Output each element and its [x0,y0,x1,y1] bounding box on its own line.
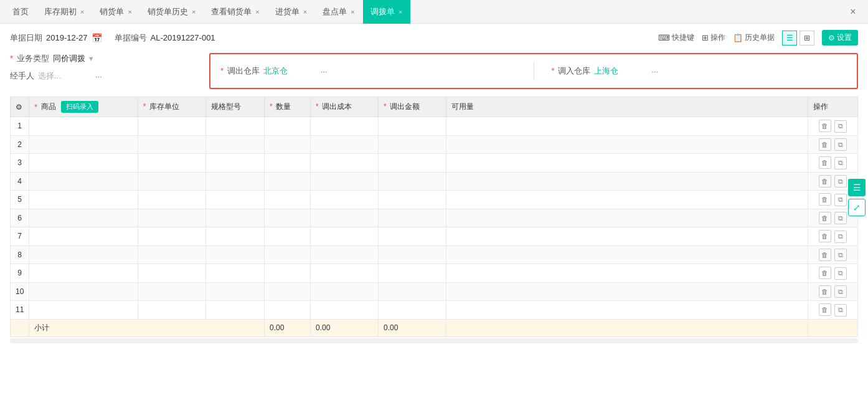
history-link[interactable]: 📋 历史单据 [733,32,775,43]
cell-quantity-1[interactable] [265,117,311,136]
subtotal-label: 小计 [29,319,265,336]
table-row: 10 🗑 ⧉ [11,282,858,301]
copy-row-1-button[interactable]: ⧉ [834,120,847,133]
tab-close-transfer-order[interactable]: × [399,8,402,16]
business-type-dropdown-icon[interactable]: ▼ [88,55,95,62]
grid-table-button[interactable]: ⊞ [800,31,814,45]
tab-sales-history[interactable]: 销货单历史 × [140,0,204,24]
number-value: AL-20191227-001 [151,33,215,42]
cell-unit-3[interactable] [138,154,205,173]
cell-unit-2[interactable] [138,135,205,154]
table-row: 6 🗑 ⧉ [11,209,858,227]
tab-home[interactable]: 首页 [5,0,37,24]
delete-row-11-button[interactable]: 🗑 [819,303,831,316]
cell-amount-3[interactable] [379,154,446,173]
delete-row-9-button[interactable]: 🗑 [819,267,831,279]
transfer-out-field: * 调出仓库 北京仓 ··· [220,65,516,77]
table-row: 7 🗑 ⧉ [11,227,858,246]
cell-quantity-2[interactable] [265,135,311,154]
operations-link[interactable]: ⊞ 操作 [702,32,725,43]
transfer-in-label: * 调入仓库 [552,65,591,77]
delete-row-7-button[interactable]: 🗑 [819,230,831,242]
business-type-select[interactable]: 同价调拨 ▼ [53,53,95,64]
delete-row-4-button[interactable]: 🗑 [819,175,831,188]
right-sidebar: ☰ ⤢ [846,176,868,219]
grid-view-buttons: ☰ ⊞ [782,31,814,45]
transfer-in-value[interactable]: 上海仓 [594,65,644,77]
window-close-button[interactable]: × [843,0,863,24]
tab-inventory-init[interactable]: 库存期初 × [37,0,92,24]
copy-row-7-button[interactable]: ⧉ [834,231,847,243]
tab-close-inventory-init[interactable]: × [80,8,84,16]
cell-quantity-3[interactable] [265,154,311,173]
scan-button[interactable]: 扫码录入 [61,101,98,113]
cell-product-2[interactable] [29,135,138,154]
th-product: * 商品 扫码录入 [29,97,138,117]
cell-product-3[interactable] [29,154,138,173]
handler-select[interactable]: 选择... [38,70,88,82]
cell-unit-1[interactable] [138,117,205,136]
cell-available-2[interactable] [446,135,808,154]
th-amount: * 调出金额 [379,97,446,117]
transfer-out-value[interactable]: 北京仓 [263,65,313,77]
tab-purchase-order[interactable]: 进货单 × [268,0,315,24]
transfer-out-more-button[interactable]: ··· [321,67,328,76]
cell-cost-2[interactable] [311,135,379,154]
cell-spec-3[interactable] [205,154,264,173]
subtotal-cost: 0.00 [311,319,379,336]
tab-close-purchase-order[interactable]: × [303,8,307,16]
cell-amount-1[interactable] [379,117,446,136]
delete-row-10-button[interactable]: 🗑 [819,285,831,298]
table-row: 8 🗑 ⧉ [11,245,858,264]
tab-inventory-check[interactable]: 盘点单 × [315,0,362,24]
delete-row-2-button[interactable]: 🗑 [819,138,831,151]
delete-row-1-button[interactable]: 🗑 [819,120,831,132]
date-value[interactable]: 2019-12-27 [46,33,88,42]
table-gear-icon[interactable]: ⚙ [16,103,22,112]
cell-available-1[interactable] [446,117,808,136]
cell-op-3: 🗑 ⧉ [808,154,858,173]
tab-close-sales-history[interactable]: × [192,8,196,16]
settings-button[interactable]: ⚙ 设置 [822,30,858,45]
cell-spec-2[interactable] [205,135,264,154]
tab-sales-order[interactable]: 销货单 × [92,0,139,24]
cell-cost-1[interactable] [311,117,379,136]
tab-close-view-sales[interactable]: × [255,8,259,16]
history-icon: 📋 [733,33,743,42]
handler-more-button[interactable]: ··· [95,72,102,81]
cell-product-1[interactable] [29,117,138,136]
delete-row-3-button[interactable]: 🗑 [819,156,831,169]
tab-close-sales-order[interactable]: × [128,8,131,16]
copy-row-10-button[interactable]: ⧉ [834,285,847,298]
copy-row-8-button[interactable]: ⧉ [834,249,847,261]
sidebar-list-button[interactable]: ☰ [848,179,866,196]
table-container: ⚙ * 商品 扫码录入 * 库存单位 规格型号 [10,97,858,343]
cell-amount-2[interactable] [379,135,446,154]
table-header-row: ⚙ * 商品 扫码录入 * 库存单位 规格型号 [11,97,858,117]
copy-row-11-button[interactable]: ⧉ [834,304,847,316]
operations-icon: ⊞ [702,33,709,42]
cell-available-3[interactable] [446,154,808,173]
sidebar-expand-button[interactable]: ⤢ [848,199,866,216]
calendar-icon[interactable]: 📅 [92,33,102,43]
cell-op-1: 🗑 ⧉ [808,117,858,136]
delete-row-6-button[interactable]: 🗑 [819,212,831,224]
tab-close-inventory-check[interactable]: × [351,8,354,16]
transfer-in-field: * 调入仓库 上海仓 ··· [552,65,847,77]
copy-row-3-button[interactable]: ⧉ [834,157,847,169]
copy-row-2-button[interactable]: ⧉ [834,138,847,151]
th-settings[interactable]: ⚙ [11,97,29,117]
transfer-in-more-button[interactable]: ··· [651,67,658,76]
th-available: 可用量 [446,97,808,117]
cell-spec-1[interactable] [205,117,264,136]
horizontal-scrollbar[interactable] [10,338,858,343]
tab-view-sales[interactable]: 查看销货单 × [204,0,267,24]
delete-row-8-button[interactable]: 🗑 [819,249,831,261]
cell-cost-3[interactable] [311,154,379,173]
copy-row-9-button[interactable]: ⧉ [834,267,847,280]
delete-row-5-button[interactable]: 🗑 [819,193,831,206]
tab-transfer-order[interactable]: 调拨单 × [363,0,410,24]
shortcuts-link[interactable]: ⌨ 快捷键 [658,32,694,43]
grid-list-button[interactable]: ☰ [782,31,797,45]
table-row: 11 🗑 ⧉ [11,301,858,320]
